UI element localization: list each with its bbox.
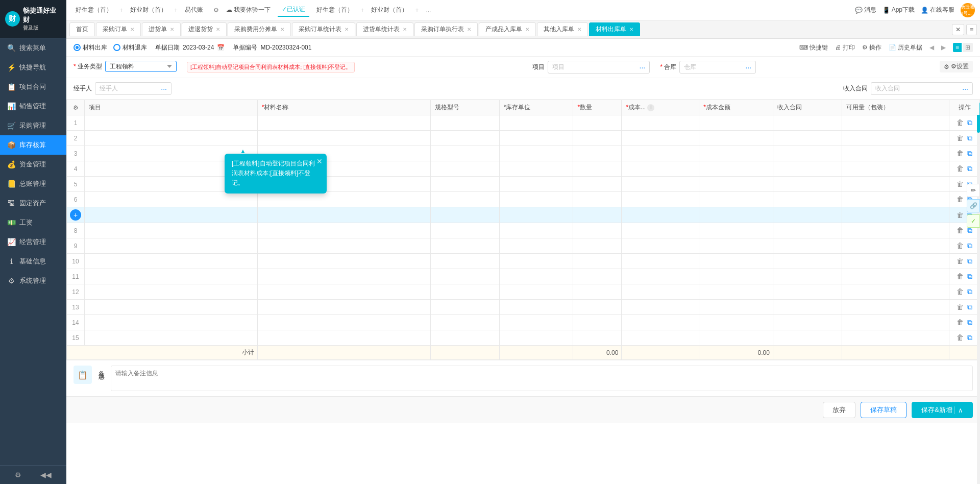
tab-close-stat2[interactable]: ✕ [403,27,407,32]
cell-name-10[interactable] [257,254,430,269]
cell-income-contract-6[interactable] [773,192,842,207]
cell-qty-15[interactable] [573,330,622,346]
cell-name-6[interactable] [257,192,430,207]
copy-row-btn-10[interactable]: ⧉ [966,256,973,267]
delete-row-btn-12[interactable]: 🗑 [955,286,965,297]
history-btn[interactable]: 📄 历史单据 [889,43,922,52]
save-draft-button[interactable]: 保存草稿 [861,402,906,418]
cell-unit-12[interactable] [499,284,573,300]
cell-available-1[interactable] [842,115,949,131]
cell-income-contract-3[interactable] [773,146,842,161]
tab-incoming[interactable]: 进货单 ✕ [142,22,181,36]
cell-unit-15[interactable] [499,330,573,346]
cell-qty-3[interactable] [573,146,622,161]
tab-stat2[interactable]: 进货单统计表 ✕ [356,22,413,36]
cell-project-15[interactable] [85,330,258,346]
tab-purchase-order[interactable]: 采购订单 ✕ [96,22,141,36]
cell-income-contract-8[interactable] [773,223,842,238]
tab-home[interactable]: 首页 [69,22,95,36]
cost-info-icon[interactable]: i [647,104,654,111]
cell-qty-1[interactable] [573,115,622,131]
sidebar-item-inventory[interactable]: 📦 库存核算 [0,135,66,155]
copy-row-btn-3[interactable]: ⧉ [966,148,973,159]
view-grid-btn[interactable]: ⊞ [963,43,973,52]
cell-qty-10[interactable] [573,254,622,269]
radio-out[interactable]: 材料出库 [74,43,107,52]
view-list-btn[interactable]: ≡ [953,43,962,52]
shortcuts-btn[interactable]: ⌨ 快捷键 [799,43,828,52]
cell-qty-8[interactable] [573,223,622,238]
cell-spec-6[interactable] [430,192,499,207]
sidebar-item-salary[interactable]: 💵 工资 [0,213,66,232]
num-value[interactable]: MD-20230324-001 [260,44,311,51]
cell-name-7[interactable] [257,207,430,223]
cell-qty-11[interactable] [573,269,622,284]
cell-qty-5[interactable] [573,177,622,192]
cell-available-5[interactable] [842,177,949,192]
tab-expense[interactable]: 采购费用分摊单 ✕ [228,22,291,36]
tabbar-close-btn[interactable]: ✕ [952,24,964,35]
warehouse-input[interactable]: 仓库 ··· [679,61,756,74]
cell-spec-1[interactable] [430,115,499,131]
cell-available-12[interactable] [842,284,949,300]
biz-type-select[interactable]: 工程领料 直接领料 [105,61,177,72]
sidebar-item-search[interactable]: 🔍 搜索菜单 [0,38,66,58]
sidebar-item-system[interactable]: ⚙ 系统管理 [0,271,66,291]
tab-close-material-out[interactable]: ✕ [629,27,633,32]
cell-cost-3[interactable] [622,146,699,161]
delete-row-btn-2[interactable]: 🗑 [955,133,965,143]
tab-close-finished[interactable]: ✕ [525,27,529,32]
cell-available-8[interactable] [842,223,949,238]
cell-available-7[interactable] [842,207,949,223]
cell-unit-2[interactable] [499,131,573,146]
copy-row-btn-15[interactable]: ⧉ [966,332,973,343]
topbar-yidaizhang[interactable]: 易代账 [181,4,207,16]
cell-project-14[interactable] [85,315,258,330]
nav-left-icon[interactable]: ◀ [929,44,934,51]
handler-input[interactable]: 经手人 ··· [95,82,172,95]
cell-cost-amount-8[interactable] [699,223,773,238]
copy-row-btn-9[interactable]: ⧉ [966,240,973,251]
copy-row-btn-11[interactable]: ⧉ [966,271,973,282]
cell-qty-13[interactable] [573,300,622,315]
cell-unit-5[interactable] [499,177,573,192]
topbar-haoyecai1[interactable]: 好业财（首） [126,4,171,16]
cell-income-contract-10[interactable] [773,254,842,269]
sidebar-item-nav[interactable]: ⚡ 快捷导航 [0,58,66,77]
copy-row-btn-4[interactable]: ⧉ [966,163,973,174]
col-settings-icon[interactable]: ⚙ [73,104,79,111]
cell-income-contract-4[interactable] [773,161,842,177]
cell-spec-9[interactable] [430,238,499,254]
user-avatar[interactable]: 畅捷通8号... [961,3,975,17]
cell-spec-12[interactable] [430,284,499,300]
cell-cost-8[interactable] [622,223,699,238]
cell-cost-6[interactable] [622,192,699,207]
cell-spec-3[interactable] [430,146,499,161]
right-float-link-btn[interactable]: 🔗 [967,199,980,212]
cell-name-11[interactable] [257,269,430,284]
cell-spec-11[interactable] [430,269,499,284]
cell-project-6[interactable] [85,192,258,207]
sidebar-item-project[interactable]: 📋 项目合同 [0,77,66,96]
sidebar-item-sales[interactable]: 📊 销售管理 [0,96,66,116]
cell-unit-4[interactable] [499,161,573,177]
cell-available-3[interactable] [842,146,949,161]
cell-cost-amount-14[interactable] [699,315,773,330]
cell-name-13[interactable] [257,300,430,315]
tab-return[interactable]: 进退货货 ✕ [182,22,227,36]
topbar-haoshengyi1[interactable]: 好生意（首） [71,4,116,16]
sidebar-collapse-btn[interactable]: ◀◀ [40,471,52,479]
delete-row-btn-10[interactable]: 🗑 [955,256,965,266]
cell-spec-5[interactable] [430,177,499,192]
cell-project-1[interactable] [85,115,258,131]
save-new-arrow[interactable]: ∧ [954,406,963,414]
cell-unit-14[interactable] [499,315,573,330]
cell-income-contract-1[interactable] [773,115,842,131]
delete-row-btn-4[interactable]: 🗑 [955,163,965,174]
cell-available-10[interactable] [842,254,949,269]
cell-qty-9[interactable] [573,238,622,254]
date-value[interactable]: 2023-03-24 [183,44,214,51]
delete-row-btn-7[interactable]: 🗑 [955,210,965,220]
tab-close-stat1[interactable]: ✕ [345,27,349,32]
cell-income-contract-2[interactable] [773,131,842,146]
